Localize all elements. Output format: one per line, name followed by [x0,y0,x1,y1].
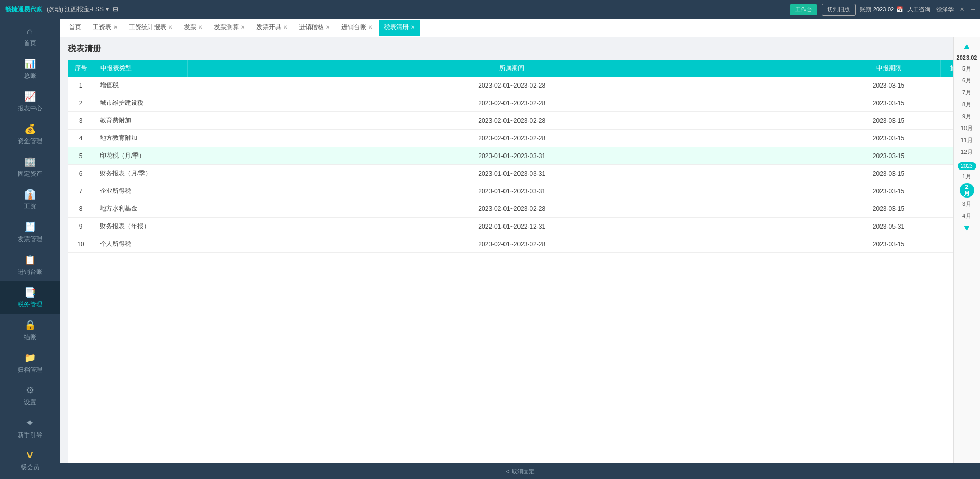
sidebar-item-fund-mgmt[interactable]: 💰 资金管理 [0,118,60,151]
tab-salary-table[interactable]: 工资表 ✕ [88,20,123,36]
tab-invoice-open[interactable]: 发票开具 ✕ [251,20,293,36]
cell-deadline-3: 2023-03-15 [837,130,941,147]
cell-period-3: 2023-02-01~2023-02-28 [187,130,837,147]
tax-table: 序号 申报表类型 所属期间 申报期限 操作 1 增值税 2023-02-01~2… [68,60,972,253]
new-guide-icon: ✦ [26,417,34,429]
cell-no-5: 6 [68,165,94,182]
cell-no-4: 5 [68,147,94,165]
timeline-month-6[interactable]: 6月 [958,75,976,86]
tab-purchase-check[interactable]: 进销稽核 ✕ [294,20,335,36]
tab-invoice-close[interactable]: ✕ [198,24,203,30]
table-header-row: 序号 申报表类型 所属期间 申报期限 操作 [68,60,972,77]
dropdown-icon: ▾ [106,6,109,13]
sidebar-item-home[interactable]: ⌂ 首页 [0,21,60,53]
tab-tax-list[interactable]: 税表清册 ✕ [379,20,420,36]
sidebar-item-tax-mgmt[interactable]: 📑 税务管理 [0,281,60,314]
sidebar: ⌂ 首页 📊 总账 📈 报表中心 💰 资金管理 🏢 固定资产 👔 工资 🧾 发票… [0,19,60,479]
timeline-month-8[interactable]: 8月 [958,99,976,110]
cell-deadline-8: 2023-05-31 [837,218,941,235]
sidebar-item-new-guide[interactable]: ✦ 新手引导 [0,412,60,445]
sidebar-item-fixed-assets[interactable]: 🏢 固定资产 [0,151,60,184]
timeline-month-1[interactable]: 1月 [958,171,976,182]
tab-salary-stat-close[interactable]: ✕ [168,24,172,30]
cell-type-9: 个人所得税 [94,235,187,253]
timeline-month-7[interactable]: 7月 [958,87,976,98]
sidebar-item-settings[interactable]: ⚙ 设置 [0,379,60,412]
timeline-month-5[interactable]: 5月 [958,63,976,74]
tab-salary-table-close[interactable]: ✕ [113,24,118,30]
timeline-month-2-active[interactable]: 2月 [960,183,974,198]
invoice-mgmt-icon: 🧾 [24,221,36,233]
cell-period-8: 2022-01-01~2022-12-31 [187,218,837,235]
table-row: 8 地方水利基金 2023-02-01~2023-02-28 2023-03-1… [68,200,972,218]
tab-salary-stat[interactable]: 工资统计报表 ✕ [124,20,178,36]
member-icon: V [26,450,33,461]
tab-salary-stat-label: 工资统计报表 [129,23,166,32]
sidebar-item-member[interactable]: V 畅会员 [0,445,60,477]
timeline-divider [959,160,975,160]
cell-type-5: 财务报表（月/季） [94,165,187,182]
sidebar-item-archive-mgmt[interactable]: 📁 归档管理 [0,347,60,379]
table-row: 3 教育费附加 2023-02-01~2023-02-28 2023-03-15… [68,112,972,130]
report-center-icon: 📈 [24,91,36,102]
table-row: 2 城市维护建设税 2023-02-01~2023-02-28 2023-03-… [68,94,972,112]
tab-purchase-check-close[interactable]: ✕ [326,24,330,30]
timeline-year-2023: 2023 [958,162,976,170]
cell-type-0: 增值税 [94,77,187,94]
tab-invoice-calc-close[interactable]: ✕ [241,24,245,30]
tab-purchase-ledger-label: 进销台账 [341,23,366,32]
timeline-header: 2023.02 [955,53,979,62]
timeline-month-9[interactable]: 9月 [958,111,976,122]
timeline-month-11[interactable]: 11月 [958,135,976,146]
timeline-month-4[interactable]: 4月 [958,210,976,221]
tab-purchase-ledger-close[interactable]: ✕ [368,24,372,30]
tab-salary-table-label: 工资表 [93,23,111,32]
content-area: 首页 工资表 ✕ 工资统计报表 ✕ 发票 ✕ 发票测算 ✕ 发票开具 ✕ [60,19,980,479]
workbench-button[interactable]: 工作台 [790,4,817,15]
timeline-month-3[interactable]: 3月 [958,199,976,209]
timeline-panel: ▲ 2023.02 5月 6月 7月 8月 9月 10月 11月 12月 202… [953,37,980,479]
timeline-down-nav[interactable]: ▼ [962,222,972,234]
company-selector[interactable]: (勿动) 江西报宝-LSS ▾ ⊟ [47,5,786,14]
sidebar-item-tax-mgmt-label: 税务管理 [18,300,42,309]
sidebar-item-invoice-mgmt[interactable]: 🧾 发票管理 [0,216,60,249]
tab-invoice-calc[interactable]: 发票测算 ✕ [209,20,250,36]
sidebar-item-general-ledger[interactable]: 📊 总账 [0,53,60,86]
cell-period-9: 2023-02-01~2023-02-28 [187,235,837,253]
sidebar-item-report-center-label: 报表中心 [18,104,42,113]
sidebar-item-invoice-mgmt-label: 发票管理 [18,235,42,244]
page-header: 税表清册 ↺ 刷新 [68,44,972,54]
sidebar-item-fund-mgmt-label: 资金管理 [18,137,42,146]
minimize-icon[interactable]: ─ [971,6,975,12]
cell-period-0: 2023-02-01~2023-02-28 [187,77,837,94]
cell-type-8: 财务报表（年报） [94,218,187,235]
user-info[interactable]: 徐泽华 [936,6,954,13]
sidebar-item-salary[interactable]: 👔 工资 [0,184,60,216]
close-window-icon[interactable]: ✕ [960,6,964,13]
timeline-month-12[interactable]: 12月 [958,147,976,158]
tab-home[interactable]: 首页 [64,20,87,36]
sidebar-item-purchase-sales[interactable]: 📋 进销台账 [0,249,60,281]
tax-table-container: 序号 申报表类型 所属期间 申报期限 操作 1 增值税 2023-02-01~2… [68,60,972,473]
tab-invoice-open-close[interactable]: ✕ [283,24,287,30]
tab-purchase-ledger[interactable]: 进销台账 ✕ [336,20,378,36]
switch-old-button[interactable]: 切到旧版 [822,4,856,16]
timeline-up-nav[interactable]: ▲ [962,40,972,52]
ai-consult[interactable]: 人工咨询 [907,6,930,13]
cell-deadline-0: 2023-03-15 [837,77,941,94]
cell-deadline-9: 2023-03-15 [837,235,941,253]
period-label: 账期 [860,6,871,13]
cell-deadline-2: 2023-03-15 [837,112,941,130]
cell-period-7: 2023-02-01~2023-02-28 [187,200,837,218]
sidebar-item-report-center[interactable]: 📈 报表中心 [0,86,60,118]
cancel-fixed-button[interactable]: ⊲ 取消固定 [60,463,980,479]
sidebar-item-new-guide-label: 新手引导 [18,431,42,440]
tab-invoice[interactable]: 发票 ✕ [179,20,208,36]
sidebar-item-closing[interactable]: 🔒 结账 [0,314,60,347]
tab-bar: 首页 工资表 ✕ 工资统计报表 ✕ 发票 ✕ 发票测算 ✕ 发票开具 ✕ [60,19,980,37]
table-row: 5 印花税（月/季） 2023-01-01~2023-03-31 2023-03… [68,147,972,165]
timeline-month-10[interactable]: 10月 [958,123,976,134]
sidebar-item-general-ledger-label: 总账 [24,72,36,80]
tab-tax-list-close[interactable]: ✕ [411,24,415,30]
cell-no-2: 3 [68,112,94,130]
